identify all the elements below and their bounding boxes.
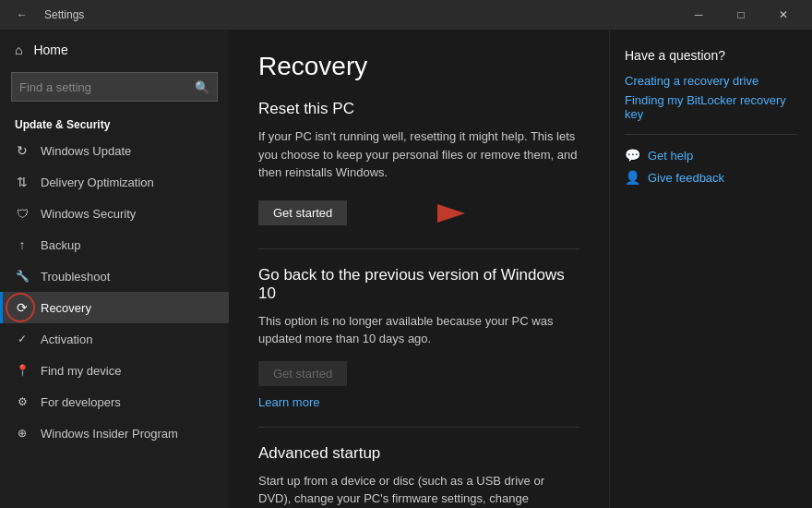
activation-icon: ✓ xyxy=(15,332,30,346)
divider-2 xyxy=(258,427,579,428)
sidebar-item-windows-update[interactable]: ↻ Windows Update xyxy=(0,135,229,166)
finding-bitlocker-link[interactable]: Finding my BitLocker recovery key xyxy=(625,93,797,121)
reset-title: Reset this PC xyxy=(258,100,579,118)
minimize-button[interactable]: ─ xyxy=(677,0,720,30)
sidebar-item-find-my-device[interactable]: 📍 Find my device xyxy=(0,355,229,386)
reset-desc: If your PC isn't running well, resetting… xyxy=(258,127,579,182)
titlebar-controls: ─ □ ✕ xyxy=(677,0,805,30)
windows-security-icon: 🛡 xyxy=(15,206,30,221)
content-area: Recovery Reset this PC If your PC isn't … xyxy=(229,30,812,508)
search-icon: 🔍 xyxy=(195,80,209,94)
sidebar-item-delivery-optimization[interactable]: ⇅ Delivery Optimization xyxy=(0,166,229,198)
right-panel-divider xyxy=(625,134,797,135)
content: Recovery Reset this PC If your PC isn't … xyxy=(229,30,609,508)
go-back-title: Go back to the previous version of Windo… xyxy=(258,266,579,303)
recovery-icon: ⟳ xyxy=(15,300,30,315)
right-panel: Have a question? Creating a recovery dri… xyxy=(609,30,812,508)
close-button[interactable]: ✕ xyxy=(762,0,805,30)
sidebar-item-windows-insider[interactable]: ⊕ Windows Insider Program xyxy=(0,417,229,449)
get-help-action[interactable]: 💬 Get help xyxy=(625,148,797,163)
search-box[interactable]: 🔍 xyxy=(11,72,218,102)
go-back-get-started-button: Get started xyxy=(258,361,347,386)
arrow-container: Get started xyxy=(258,195,579,232)
go-back-section: Go back to the previous version of Windo… xyxy=(258,266,579,410)
learn-more-link[interactable]: Learn more xyxy=(258,395,319,409)
delivery-optimization-icon: ⇅ xyxy=(15,175,30,189)
give-feedback-label: Give feedback xyxy=(648,171,724,185)
maximize-button[interactable]: □ xyxy=(720,0,762,30)
give-feedback-action[interactable]: 👤 Give feedback xyxy=(625,170,797,185)
sidebar: ⌂ Home 🔍 Update & Security ↻ Windows Upd… xyxy=(0,30,229,508)
get-help-label: Get help xyxy=(648,149,693,163)
sidebar-item-backup[interactable]: ↑ Backup xyxy=(0,229,229,260)
titlebar-left: ← Settings xyxy=(7,0,84,30)
sidebar-item-activation[interactable]: ✓ Activation xyxy=(0,323,229,355)
go-back-desc: This option is no longer available becau… xyxy=(258,312,579,348)
sidebar-item-for-developers[interactable]: ⚙ For developers xyxy=(0,386,229,417)
for-developers-icon: ⚙ xyxy=(15,394,30,409)
svg-marker-0 xyxy=(364,204,465,223)
right-panel-title: Have a question? xyxy=(625,48,797,63)
advanced-startup-desc: Start up from a device or disc (such as … xyxy=(258,472,579,509)
advanced-startup-title: Advanced startup xyxy=(258,444,579,463)
sidebar-item-troubleshoot[interactable]: 🔧 Troubleshoot xyxy=(0,260,229,292)
advanced-startup-section: Advanced startup Start up from a device … xyxy=(258,444,579,509)
sidebar-item-recovery[interactable]: ⟳ Recovery xyxy=(0,292,229,323)
backup-icon: ↑ xyxy=(15,237,30,252)
sidebar-section-label: Update & Security xyxy=(0,111,229,135)
sidebar-item-home[interactable]: ⌂ Home xyxy=(0,33,229,67)
home-icon: ⌂ xyxy=(15,42,22,57)
give-feedback-icon: 👤 xyxy=(625,170,640,185)
search-input[interactable] xyxy=(19,80,189,94)
titlebar: ← Settings ─ □ ✕ xyxy=(0,0,812,30)
reset-get-started-button[interactable]: Get started xyxy=(258,200,347,225)
get-help-icon: 💬 xyxy=(625,148,640,163)
back-button[interactable]: ← xyxy=(7,0,37,30)
windows-insider-icon: ⊕ xyxy=(15,426,30,441)
red-arrow-icon xyxy=(354,195,465,232)
page-title: Recovery xyxy=(258,52,579,81)
troubleshoot-icon: 🔧 xyxy=(15,269,30,284)
windows-update-icon: ↻ xyxy=(15,143,30,158)
creating-recovery-link[interactable]: Creating a recovery drive xyxy=(625,74,797,88)
find-my-device-icon: 📍 xyxy=(15,363,30,378)
sidebar-item-windows-security[interactable]: 🛡 Windows Security xyxy=(0,198,229,229)
titlebar-title: Settings xyxy=(44,8,84,21)
divider-1 xyxy=(258,248,579,249)
main-container: ⌂ Home 🔍 Update & Security ↻ Windows Upd… xyxy=(0,30,812,508)
reset-section: Reset this PC If your PC isn't running w… xyxy=(258,100,579,232)
